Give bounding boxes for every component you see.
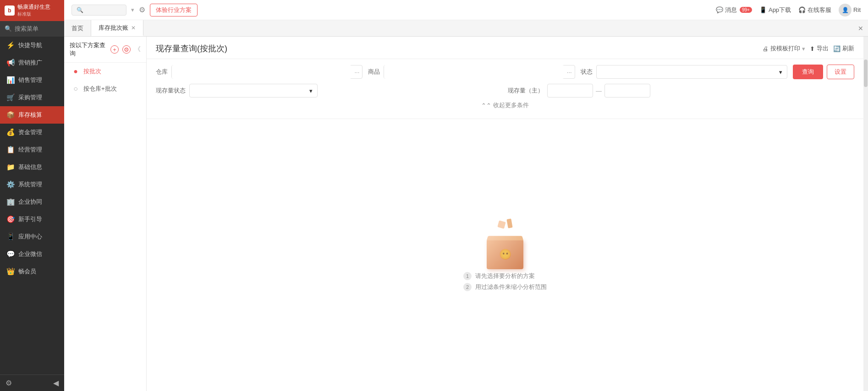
warehouse-input[interactable] xyxy=(172,65,352,79)
collapse-sidebar-icon[interactable]: ◀ xyxy=(53,379,59,387)
dropdown-arrow-icon[interactable]: ▾ xyxy=(131,6,134,13)
sidebar-item-basic-info[interactable]: 📁 基础信息 xyxy=(0,158,64,176)
status-filter: 状态 ▾ xyxy=(581,65,787,79)
sidebar-item-system[interactable]: ⚙️ 系统管理 xyxy=(0,176,64,193)
warehouse-filter: 仓库 ··· xyxy=(156,65,363,79)
message-icon: 💬 xyxy=(716,6,723,13)
marketing-label: 营销推广 xyxy=(18,59,42,67)
export-btn[interactable]: ⬆ 导出 xyxy=(810,44,829,53)
sidebar-header: b 畅康通好生意 标准版 xyxy=(0,0,64,21)
industry-plan-button[interactable]: 体验行业方案 xyxy=(150,4,198,16)
main-area: 🔍 ▾ ⚙ 体验行业方案 💬 消息 99+ 📱 App下载 🎧 在线客服 xyxy=(64,0,868,391)
collapse-left-icon[interactable]: 《 xyxy=(134,45,141,54)
refresh-icon: 🔄 xyxy=(833,45,841,52)
online-service-btn[interactable]: 🎧 在线客服 xyxy=(798,6,831,14)
tab-home[interactable]: 首页 xyxy=(64,20,91,36)
settings-footer-icon[interactable]: ⚙ xyxy=(5,379,12,387)
sidebar-nav: ⚡ 快捷导航 📢 营销推广 📊 销售管理 🛒 采购管理 📦 库存核算 💰 资金管… xyxy=(0,37,64,375)
operations-icon: 📋 xyxy=(6,146,15,154)
product-input[interactable] xyxy=(384,65,564,79)
right-scrollbar[interactable] xyxy=(863,37,868,391)
user-avatar: 👤 xyxy=(839,4,852,16)
sidebar-item-sales[interactable]: 📊 销售管理 xyxy=(0,71,64,89)
content-area: 按以下方案查询 + ⚙ 《 ● 按批次 ○ 按仓库+批次 现存量查询(按批次) xyxy=(64,37,868,391)
print-dropdown-icon[interactable]: ▾ xyxy=(802,45,805,52)
hint-text-2: 用过滤条件来缩小分析范围 xyxy=(475,283,547,291)
app-download-btn[interactable]: 📱 App下载 xyxy=(759,6,791,14)
user-area[interactable]: 👤 Rit xyxy=(839,4,861,16)
search-menu[interactable]: 🔍 搜索菜单 xyxy=(0,21,64,37)
sidebar-item-marketing[interactable]: 📢 营销推广 xyxy=(0,54,64,71)
filter-area: 仓库 ··· 商品 ··· 状态 xyxy=(147,59,863,119)
app-center-icon: 📱 xyxy=(6,233,15,241)
user-name: Rit xyxy=(853,6,861,13)
tab-home-label: 首页 xyxy=(71,24,83,33)
operations-label: 经营管理 xyxy=(18,146,42,154)
export-icon: ⬆ xyxy=(810,45,815,52)
warehouse-more-icon[interactable]: ··· xyxy=(352,69,362,76)
page-header: 现存量查询(按批次) 🖨 按模板打印 ▾ ⬆ 导出 🔄 刷新 xyxy=(147,37,863,59)
stock-status-select[interactable]: ▾ xyxy=(189,84,318,98)
settings-button[interactable]: 设置 xyxy=(827,65,854,79)
refresh-label: 刷新 xyxy=(842,44,854,53)
sidebar-item-quick-nav[interactable]: ⚡ 快捷导航 xyxy=(0,37,64,54)
stock-status-label: 现存量状态 xyxy=(156,87,186,95)
collapse-label: 收起更多条件 xyxy=(493,101,529,109)
left-panel-icons: + ⚙ 《 xyxy=(110,45,141,54)
sidebar-item-operations[interactable]: 📋 经营管理 xyxy=(0,141,64,158)
search-icon: 🔍 xyxy=(5,25,12,32)
tab-batch-account[interactable]: 库存批次账 ✕ xyxy=(91,20,143,36)
member-icon: 👑 xyxy=(6,267,15,276)
sidebar-item-finance[interactable]: 💰 资金管理 xyxy=(0,124,64,141)
scheme-settings-icon[interactable]: ⚙ xyxy=(122,45,131,54)
scheme-by-warehouse-batch[interactable]: ○ 按仓库+批次 xyxy=(64,80,146,98)
stock-qty-label: 现存量（主） xyxy=(508,87,544,95)
filter-row-2: 现存量状态 ▾ 现存量（主） — xyxy=(156,84,854,98)
export-label: 导出 xyxy=(817,44,829,53)
batch-active-icon: ● xyxy=(71,67,80,76)
enterprise-icon: 🏢 xyxy=(6,198,15,206)
sidebar-footer: ⚙ ◀ xyxy=(0,375,64,391)
sidebar-item-inventory[interactable]: 📦 库存核算 xyxy=(0,106,64,124)
page-actions: 🖨 按模板打印 ▾ ⬆ 导出 🔄 刷新 xyxy=(763,44,854,53)
filter-row-1: 仓库 ··· 商品 ··· 状态 xyxy=(156,65,854,79)
empty-hints: 1 请先选择要分析的方案 2 用过滤条件来缩小分析范围 xyxy=(463,272,547,291)
refresh-btn[interactable]: 🔄 刷新 xyxy=(833,44,854,53)
topbar: 🔍 ▾ ⚙ 体验行业方案 💬 消息 99+ 📱 App下载 🎧 在线客服 xyxy=(64,0,868,20)
status-select[interactable]: ▾ xyxy=(596,65,787,79)
wechat-icon: 💬 xyxy=(6,250,15,258)
right-content: 现存量查询(按批次) 🖨 按模板打印 ▾ ⬆ 导出 🔄 刷新 xyxy=(147,37,863,391)
sidebar-item-wechat[interactable]: 💬 企业微信 xyxy=(0,245,64,263)
sidebar-item-member[interactable]: 👑 畅会员 xyxy=(0,263,64,280)
app-version: 标准版 xyxy=(17,11,50,17)
wechat-label: 企业微信 xyxy=(18,250,42,258)
messages-btn[interactable]: 💬 消息 99+ xyxy=(716,6,752,14)
app-name: 畅康通好生意 xyxy=(17,4,50,11)
topbar-left: 🔍 ▾ ⚙ 体验行业方案 xyxy=(71,4,198,16)
print-btn[interactable]: 🖨 按模板打印 ▾ xyxy=(763,44,805,53)
qty-min-input[interactable] xyxy=(547,84,593,98)
qty-max-input[interactable] xyxy=(604,84,650,98)
basic-info-icon: 📁 xyxy=(6,163,15,171)
product-more-icon[interactable]: ··· xyxy=(564,69,575,76)
tab-close-icon[interactable]: ✕ xyxy=(131,25,136,31)
topbar-search-box[interactable]: 🔍 xyxy=(71,5,126,16)
tab-extra: ✕ xyxy=(853,20,868,36)
close-tab-icon[interactable]: ✕ xyxy=(858,25,863,32)
sidebar-item-enterprise[interactable]: 🏢 企业协同 xyxy=(0,193,64,211)
marketing-icon: 📢 xyxy=(6,59,15,67)
query-button[interactable]: 查询 xyxy=(793,65,823,79)
add-scheme-icon[interactable]: + xyxy=(110,45,119,54)
sidebar-item-purchase[interactable]: 🛒 采购管理 xyxy=(0,89,64,106)
scheme-by-batch[interactable]: ● 按批次 xyxy=(64,63,146,80)
product-label: 商品 xyxy=(368,68,380,76)
inventory-icon: 📦 xyxy=(6,111,15,119)
sidebar-item-app-center[interactable]: 📱 应用中心 xyxy=(0,228,64,245)
sidebar-item-guide[interactable]: 🎯 新手引导 xyxy=(0,211,64,228)
topbar-gear-icon[interactable]: ⚙ xyxy=(139,5,145,14)
filter-actions: 查询 设置 xyxy=(793,65,854,79)
hint-num-2: 2 xyxy=(463,283,472,291)
collapse-more-btn[interactable]: ⌃⌃ 收起更多条件 xyxy=(156,98,854,113)
print-icon: 🖨 xyxy=(763,45,769,52)
hint-num-1: 1 xyxy=(463,272,472,280)
